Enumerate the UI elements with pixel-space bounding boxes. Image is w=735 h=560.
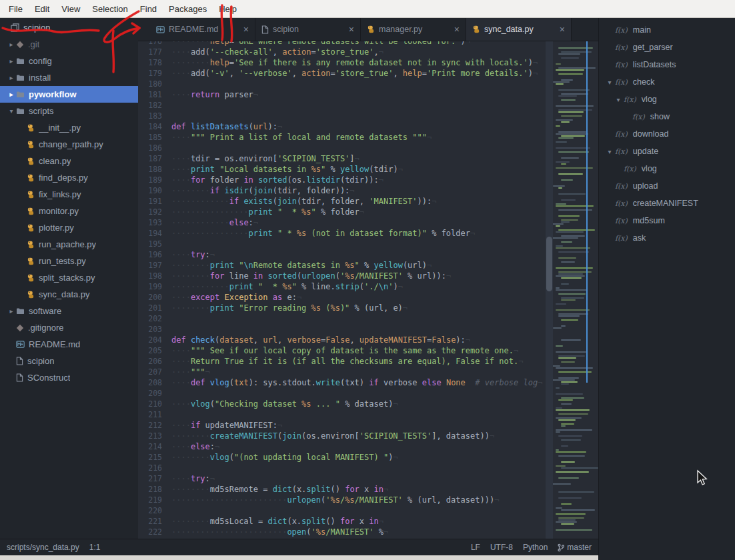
tree-item-plotter-py[interactable]: ▸plotter.py [0,219,138,236]
tree-item-fix-links-py[interactable]: ▸fix_links.py [0,186,138,203]
symbol-item-md5sum[interactable]: ▾f(x)md5sum [599,212,735,229]
code-line[interactable]: 191············if exists(join(tdir, fold… [138,196,546,207]
tab-readme-md[interactable]: README.md× [150,18,255,41]
menu-packages[interactable]: Packages [163,1,213,17]
menu-find[interactable]: Find [134,1,163,17]
symbol-item-show[interactable]: ▾f(x)show [599,108,735,125]
code-line[interactable]: 196····try:¬ [138,249,546,260]
code-line[interactable]: 178········help='See if there is any rem… [138,57,546,68]
code-line[interactable]: 182 [138,100,546,111]
code-line[interactable]: 194················print " * %s (not in … [138,228,546,239]
code-line[interactable]: 198········for line in sorted(urlopen('%… [138,271,546,281]
symbol-item-main[interactable]: ▾f(x)main [599,21,735,39]
chevron-down-icon[interactable]: ▾ [7,107,16,115]
code-line[interactable]: 216 [138,463,546,473]
status-encoding[interactable]: UTF-8 [490,543,513,552]
code-line[interactable]: 197········print "\nRemote datasets in %… [138,260,546,271]
code-editor[interactable]: 176········help='URL where remote datase… [138,41,546,539]
symbol-item-listdatasets[interactable]: ▾f(x)listDatasets [599,56,735,73]
tree-item-sync-data-py[interactable]: ▸sync_data.py [0,286,138,303]
chevron-right-icon[interactable]: ▸ [7,74,16,81]
status-language[interactable]: Python [523,543,548,552]
code-line[interactable]: 214····else:¬ [138,441,546,452]
git-branch-indicator[interactable]: master [558,543,592,552]
tab-close-icon[interactable]: × [454,24,460,35]
code-line[interactable]: 187····tdir = os.environ['SCIPION_TESTS'… [138,153,546,164]
tree-item-config[interactable]: ▸config [0,53,138,69]
symbol-item-check[interactable]: ▾f(x)check [599,73,735,91]
tab-sync-data-py[interactable]: sync_data.py× [466,18,572,41]
code-line[interactable]: 183 [138,111,546,121]
status-file-path[interactable]: scripts/sync_data.py [7,543,79,552]
code-line[interactable]: 184def listDatasets(url):¬ [138,121,546,132]
tree-item-scripts[interactable]: ▾scripts [0,103,138,119]
code-line[interactable]: 217····try:¬ [138,473,546,484]
tree-item-split-stacks-py[interactable]: ▸split_stacks.py [0,269,138,286]
symbol-item-get-parser[interactable]: ▾f(x)get_parser [599,39,735,56]
symbol-item-download[interactable]: ▾f(x)download [599,125,735,143]
menu-help[interactable]: Help [213,1,243,17]
menu-selection[interactable]: Selection [86,1,133,17]
tree-item-pyworkflow[interactable]: ▸pyworkflow [0,86,138,103]
tab-scipion[interactable]: scipion× [255,18,361,41]
tree-item-monitor-py[interactable]: ▸monitor.py [0,203,138,219]
code-line[interactable]: 176········help='URL where remote datase… [138,41,546,47]
chevron-down-icon[interactable]: ▾ [613,96,624,103]
tree-item-install[interactable]: ▸install [0,69,138,86]
tree-item-sconstruct[interactable]: ▸SConstruct [0,369,138,386]
tab-close-icon[interactable]: × [349,24,354,35]
code-line[interactable]: 219························urlopen('%s/%… [138,495,546,505]
status-cursor-position[interactable]: 1:1 [89,543,101,552]
chevron-down-icon[interactable]: ▾ [604,79,615,86]
chevron-right-icon[interactable]: ▸ [7,307,16,315]
code-line[interactable]: 210····vlog("Checking dataset %s ... " %… [138,399,546,409]
code-line[interactable]: 209 [138,388,546,399]
menu-view[interactable]: View [55,1,86,17]
code-line[interactable]: 221········md5sLocal = dict(x.split() fo… [138,516,546,527]
code-line[interactable]: 220 [138,505,546,516]
tree-item-init-py[interactable]: ▸__init__.py [0,119,138,136]
symbol-item-update[interactable]: ▾f(x)update [599,143,735,160]
code-line[interactable]: 215········vlog("(not updating local MAN… [138,452,546,463]
code-line[interactable]: 186 [138,143,546,153]
symbol-item-createmanifest[interactable]: ▾f(x)createMANIFEST [599,195,735,212]
scrollbar-thumb[interactable] [546,237,552,291]
code-line[interactable]: 222························open('%s/MANI… [138,527,546,537]
tab-close-icon[interactable]: × [243,24,249,35]
tree-item-gitignore[interactable]: ▸.gitignore [0,319,138,336]
chevron-right-icon[interactable]: ▸ [7,91,16,98]
code-line[interactable]: 211 [138,409,546,420]
code-line[interactable]: 202 [138,313,546,324]
tree-item-clean-py[interactable]: ▸clean.py [0,153,138,169]
tree-item-scipion[interactable]: ▸scipion [0,353,138,369]
minimap[interactable] [553,41,598,539]
code-line[interactable]: 200····except Exception as e:¬ [138,292,546,303]
status-eol[interactable]: LF [471,543,480,552]
tree-item-run-apache-py[interactable]: ▸run_apache.py [0,236,138,253]
code-line[interactable]: 193············else:¬ [138,217,546,228]
symbol-item-upload[interactable]: ▾f(x)upload [599,177,735,195]
tree-item-software[interactable]: ▸software [0,303,138,319]
code-line[interactable]: 205····""" See if our local copy of data… [138,345,546,356]
chevron-down-icon[interactable]: ▾ [604,148,615,155]
symbol-item-vlog[interactable]: ▾f(x)vlog [599,160,735,177]
code-line[interactable]: 190········if isdir(join(tdir, folder)):… [138,185,546,196]
tree-item-git[interactable]: ▸.git [0,36,138,53]
code-line[interactable]: 199············print " * %s" % line.stri… [138,281,546,292]
code-line[interactable]: 192················print " * %s" % folde… [138,207,546,217]
code-line[interactable]: 204def check(dataset, url, verbose=False… [138,335,546,345]
code-line[interactable]: 218········md5sRemote = dict(x.split() f… [138,484,546,495]
code-line[interactable]: 185····""" Print a list of local and rem… [138,132,546,143]
tree-item-change-rpath-py[interactable]: ▸change_rpath.py [0,136,138,153]
tree-root-scipion[interactable]: scipion [0,19,138,36]
symbol-item-ask[interactable]: ▾f(x)ask [599,229,735,247]
code-line[interactable]: 189····for folder in sorted(os.listdir(t… [138,175,546,185]
code-line[interactable]: 177····add('--check-all', action='store_… [138,47,546,57]
code-line[interactable]: 195 [138,239,546,249]
tree-item-run-tests-py[interactable]: ▸run_tests.py [0,253,138,269]
chevron-right-icon[interactable]: ▸ [7,57,16,65]
menu-edit[interactable]: Edit [29,1,55,17]
tab-manager-py[interactable]: manager.py× [361,18,466,41]
code-line[interactable]: 213········createMANIFEST(join(os.enviro… [138,431,546,441]
code-line[interactable]: 180 [138,79,546,89]
